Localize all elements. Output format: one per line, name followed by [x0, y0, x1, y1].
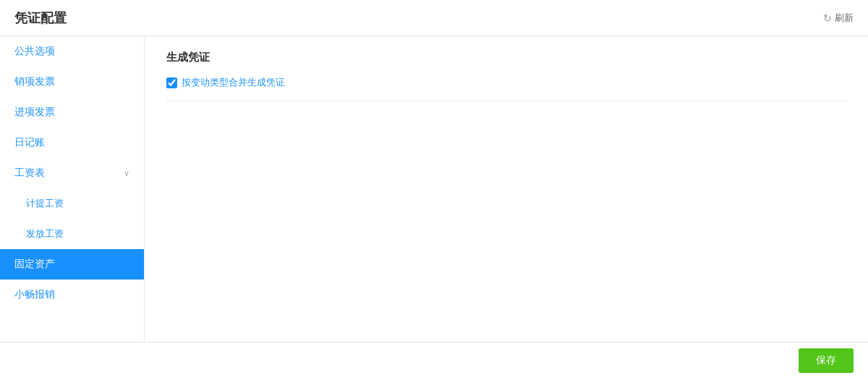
sidebar: 公共选项销项发票进项发票日记账工资表∨计提工资发放工资固定资产小畅报销: [0, 36, 145, 342]
header: 凭证配置 ↻ 刷新: [0, 0, 868, 36]
sidebar-item-payroll-accrual[interactable]: 计提工资: [0, 188, 144, 219]
sidebar-label-public-options: 公共选项: [14, 45, 55, 58]
merge-voucher-label: 按变动类型合并生成凭证: [182, 76, 285, 89]
page-wrapper: 凭证配置 ↻ 刷新 公共选项销项发票进项发票日记账工资表∨计提工资发放工资固定资…: [0, 0, 868, 378]
sidebar-label-payroll: 工资表: [14, 167, 45, 180]
checkbox-row: 按变动类型合并生成凭证: [166, 76, 846, 89]
sidebar-item-purchase-invoice[interactable]: 进项发票: [0, 97, 144, 127]
footer: 保存: [0, 342, 868, 378]
sidebar-label-purchase-invoice: 进项发票: [14, 106, 55, 119]
section-title: 生成凭证: [166, 51, 846, 64]
merge-voucher-checkbox-wrapper[interactable]: 按变动类型合并生成凭证: [166, 76, 285, 89]
content-area: 生成凭证 按变动类型合并生成凭证: [145, 36, 868, 342]
refresh-button[interactable]: ↻ 刷新: [823, 12, 854, 25]
refresh-icon: ↻: [823, 12, 832, 24]
sidebar-label-journal: 日记账: [14, 136, 45, 149]
sidebar-item-journal[interactable]: 日记账: [0, 127, 144, 158]
refresh-label: 刷新: [835, 12, 854, 25]
sidebar-label-fixed-assets: 固定资产: [14, 258, 55, 271]
sidebar-item-payroll-release[interactable]: 发放工资: [0, 219, 144, 249]
sidebar-item-sales-invoice[interactable]: 销项发票: [0, 67, 144, 97]
page-title: 凭证配置: [14, 9, 67, 27]
sidebar-label-payroll-release: 发放工资: [26, 227, 64, 240]
save-button[interactable]: 保存: [799, 348, 854, 373]
sidebar-label-expense-claim: 小畅报销: [14, 288, 55, 301]
sidebar-label-payroll-accrual: 计提工资: [26, 197, 64, 210]
section-divider: [166, 101, 846, 101]
chevron-down-icon: ∨: [124, 169, 129, 178]
sidebar-item-payroll[interactable]: 工资表∨: [0, 158, 144, 188]
sidebar-label-sales-invoice: 销项发票: [14, 75, 55, 88]
sidebar-item-expense-claim[interactable]: 小畅报销: [0, 280, 144, 310]
main-layout: 公共选项销项发票进项发票日记账工资表∨计提工资发放工资固定资产小畅报销 生成凭证…: [0, 36, 868, 342]
sidebar-item-fixed-assets[interactable]: 固定资产: [0, 249, 144, 280]
merge-voucher-checkbox[interactable]: [166, 77, 177, 88]
sidebar-item-public-options[interactable]: 公共选项: [0, 36, 144, 67]
